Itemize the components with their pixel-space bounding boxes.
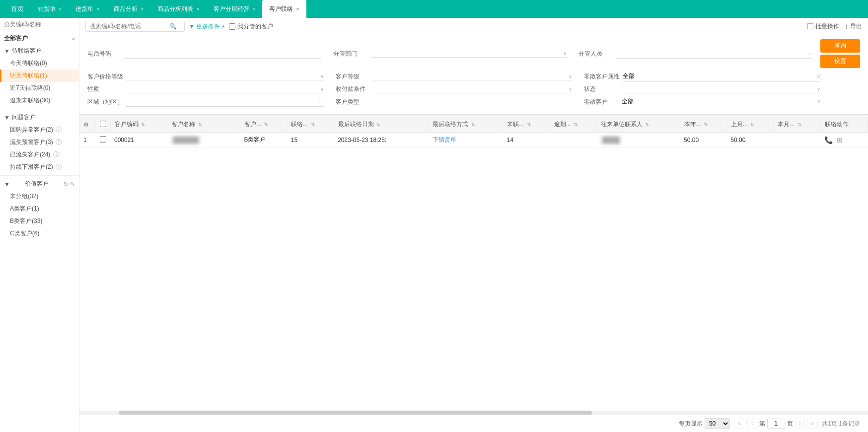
region-select[interactable]: ··· — [126, 97, 324, 107]
row-checkbox[interactable] — [100, 136, 106, 143]
page-number-input[interactable] — [767, 419, 785, 429]
close-icon[interactable]: × — [141, 6, 144, 12]
last-contact-method-cell[interactable]: 下销货单 — [429, 133, 503, 147]
filter-row-1: 电话号码 分管部门 ∨ 分管人员 ··· 查询 设置 — [87, 39, 860, 68]
sort-icon[interactable]: ⇅ — [376, 122, 380, 127]
select-all-checkbox[interactable] — [100, 121, 106, 127]
close-icon[interactable]: × — [96, 6, 99, 12]
sort-icon[interactable]: ⇅ — [198, 122, 202, 127]
more-conditions-btn[interactable]: ▼ 更多条件 ∧ — [189, 22, 225, 31]
retail-attr-select[interactable]: 全部 ∨ — [623, 71, 820, 82]
payment-select[interactable]: ∨ — [373, 85, 572, 93]
close-icon[interactable]: × — [59, 6, 62, 12]
close-icon[interactable]: × — [252, 6, 255, 12]
contact-person-cell: ████ — [596, 133, 680, 147]
filter-status: 状态 ∨ — [584, 85, 820, 93]
customer-grade-select[interactable]: ∨ — [373, 72, 572, 80]
retail-customer-select[interactable]: 全部 ∨ — [622, 96, 820, 107]
sidebar-item-churn-warning[interactable]: 流失预警客户(3) ⓘ — [0, 136, 79, 148]
refresh-icon[interactable]: ↻ — [64, 181, 69, 188]
overdue-days-cell — [550, 133, 596, 147]
sidebar-item-type-b[interactable]: B类客户(33) — [0, 215, 79, 227]
sort-icon[interactable]: ⇅ — [264, 122, 268, 127]
pending-contact-group[interactable]: ▼ 待联络客户 — [0, 45, 79, 57]
chevron-down-icon: ∨ — [320, 73, 324, 79]
sort-icon[interactable]: ⇅ — [471, 122, 475, 127]
nav-item-product-analysis-list[interactable]: 商品分析列表 × — [150, 0, 206, 18]
sidebar-item-today[interactable]: 今天待联络(0) — [0, 57, 79, 70]
sort-icon[interactable]: ⇅ — [750, 122, 754, 127]
sidebar-item-tomorrow[interactable]: 明天待联络(1) — [0, 70, 79, 82]
phone-action-icon[interactable]: 📞 — [824, 136, 833, 144]
last-contact-method-link[interactable]: 下销货单 — [433, 136, 456, 143]
prev-page-btn[interactable]: ‹ — [747, 419, 757, 429]
sidebar-item-week7[interactable]: 近7天待联络(0) — [0, 82, 79, 94]
value-customers-group[interactable]: ▼ 价值客户 ↻ ✎ — [0, 178, 79, 190]
my-customers-filter: 我分管的客户 — [229, 22, 273, 31]
chevron-down-icon: ∨ — [563, 51, 567, 56]
sidebar-item-repurchase-abnormal[interactable]: 回购异常客户(2) ⓘ — [0, 124, 79, 136]
info-icon: ⓘ — [56, 163, 62, 170]
main-search-input[interactable] — [90, 23, 169, 30]
customer-type-select[interactable] — [373, 101, 572, 103]
edit-icon[interactable]: ✎ — [70, 181, 75, 188]
query-button[interactable]: 查询 — [820, 39, 860, 53]
close-icon[interactable]: × — [296, 6, 299, 12]
col-checkbox[interactable] — [95, 117, 110, 133]
sidebar-item-declining[interactable]: 持续下滑客户(2) ⓘ — [0, 161, 79, 173]
horizontal-scrollbar[interactable] — [79, 411, 868, 415]
sidebar-search-input[interactable] — [4, 21, 78, 28]
nav-item-customer-tier[interactable]: 客户分层经营 × — [207, 0, 262, 18]
nav-item-home[interactable]: 首页 — [4, 0, 31, 18]
nav-item-product-analysis[interactable]: 商品分析 × — [107, 0, 150, 18]
nav-item-purchase[interactable]: 进货单 × — [69, 0, 106, 18]
search-icon[interactable]: 🔍 — [169, 23, 177, 30]
next-page-btn[interactable]: › — [795, 419, 805, 429]
person-select[interactable]: ··· — [616, 49, 812, 59]
dept-select[interactable]: ∨ — [371, 50, 567, 58]
sort-icon[interactable]: ⇅ — [797, 122, 801, 127]
customer-table: ⚙ 客户编码 ⇅ 客户名称 ⇅ — [79, 117, 868, 147]
first-page-btn[interactable]: « — [734, 419, 745, 429]
export-btn[interactable]: ↑ 导出 — [845, 22, 863, 31]
my-customers-checkbox[interactable] — [229, 23, 235, 30]
contact-count-cell: 15 — [287, 133, 334, 147]
col-gear[interactable]: ⚙ — [79, 117, 95, 133]
last-page-btn[interactable]: » — [807, 419, 818, 429]
info-icon: ⓘ — [56, 139, 62, 145]
this-month-cell — [774, 133, 820, 147]
problem-customers-group[interactable]: ▼ 问题客户 — [0, 111, 79, 124]
price-grade-select[interactable]: ∨ — [126, 72, 324, 80]
phone-input[interactable] — [125, 49, 321, 59]
sidebar-item-type-a[interactable]: A类客户(1) — [0, 203, 79, 215]
nav-item-sales[interactable]: 销货单 × — [31, 0, 69, 18]
nav-item-customer-contact[interactable]: 客户联络 × — [262, 0, 306, 18]
sort-icon[interactable]: ⇅ — [311, 122, 315, 127]
sort-icon[interactable]: ⇅ — [704, 122, 708, 127]
close-icon[interactable]: × — [196, 6, 199, 12]
sidebar-item-overdue[interactable]: 逾期未联络(30) — [0, 94, 79, 107]
sidebar-item-churned[interactable]: 已流失客户(24) ⓘ — [0, 148, 79, 161]
sort-icon[interactable]: ⇅ — [574, 122, 578, 127]
last-contact-date-cell: 2023-05-23 18:25: — [334, 133, 429, 147]
contact-person-name: ████ — [600, 136, 621, 144]
sidebar-item-type-c[interactable]: C类客户(6) — [0, 227, 79, 240]
customer-name[interactable]: ██████ — [171, 136, 201, 144]
sort-icon[interactable]: ⇅ — [645, 122, 649, 127]
sort-icon[interactable]: ⇅ — [527, 122, 531, 127]
batch-operation-btn[interactable]: 批量操作 — [807, 22, 839, 31]
per-page-select[interactable]: 10 20 50 100 — [705, 418, 730, 429]
status-select[interactable]: ∨ — [622, 85, 820, 93]
horizontal-scrollbar-thumb[interactable] — [119, 411, 592, 415]
row-checkbox-cell[interactable] — [95, 133, 110, 147]
collapse-icon[interactable]: « — [72, 36, 75, 42]
settings-button[interactable]: 设置 — [820, 55, 860, 68]
gear-icon[interactable]: ⚙ — [83, 121, 89, 128]
dept-label: 分管部门 — [333, 50, 368, 58]
gender-select[interactable]: ∨ — [125, 85, 324, 93]
sort-icon[interactable]: ⇅ — [141, 122, 145, 127]
table-row: 1 000021 ██████ B类客户 15 2023-05-23 18:25… — [79, 133, 868, 147]
grid-action-icon[interactable]: ⊞ — [837, 136, 843, 144]
sidebar-item-ungrouped[interactable]: 未分组(32) — [0, 190, 79, 203]
sidebar: 🔍 全部客户 « ▼ 待联络客户 今天待联络(0) 明天待联络(1) 近7天待联… — [0, 18, 79, 432]
